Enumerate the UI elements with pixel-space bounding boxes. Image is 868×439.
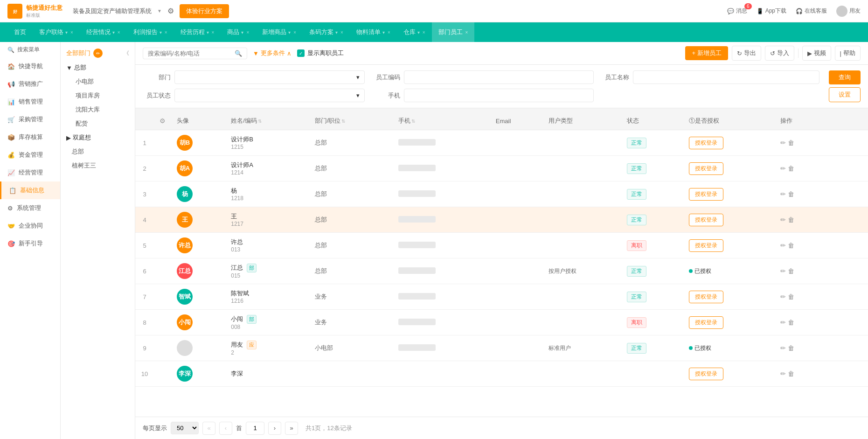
sidebar-item-capital[interactable]: 💰 资金管理	[0, 146, 60, 164]
tab-business-situation[interactable]: 经营情况▾×	[80, 22, 127, 42]
edit-btn[interactable]: ✏	[780, 242, 786, 249]
tree-item-small-elec[interactable]: 小电部	[64, 75, 135, 89]
app-download-btn[interactable]: 📱 App下载	[757, 7, 786, 15]
dept-edit-btn[interactable]: ✏	[93, 49, 103, 58]
delete-btn[interactable]: 🗑	[788, 319, 794, 326]
tab-business-history[interactable]: 经营历程▾×	[174, 22, 221, 42]
delete-btn[interactable]: 🗑	[788, 267, 794, 275]
search-btn-icon[interactable]: 🔍	[235, 50, 242, 57]
auth-login-btn[interactable]: 授权登录	[689, 368, 723, 380]
title-dropdown[interactable]: ▼	[157, 8, 162, 14]
edit-btn[interactable]: ✏	[780, 344, 786, 352]
help-btn[interactable]: | 帮助	[835, 46, 861, 61]
logo-area: 好 畅捷通好生意 标准版	[7, 4, 63, 19]
th-name-code[interactable]: 姓名/编码⇅	[225, 112, 309, 130]
edit-btn[interactable]: ✏	[780, 216, 786, 223]
next-page-btn[interactable]: ›	[268, 422, 281, 435]
emp-code-input[interactable]	[404, 70, 594, 84]
auth-login-btn[interactable]: 授权登录	[689, 162, 723, 175]
delete-btn[interactable]: 🗑	[788, 190, 794, 198]
tab-goods[interactable]: 商品▾×	[221, 22, 256, 42]
sidebar-item-marketing[interactable]: 📢 营销推广	[0, 75, 60, 93]
tab-warehouse[interactable]: 仓库▾×	[397, 22, 432, 42]
set-btn[interactable]: 设置	[829, 87, 861, 102]
show-resigned-checkbox[interactable]: ✓	[297, 49, 305, 57]
phone-input[interactable]	[404, 89, 594, 102]
tab-customer[interactable]: 客户联络▾×	[33, 22, 80, 42]
auth-login-btn[interactable]: 授权登录	[689, 137, 723, 149]
th-settings[interactable]: ⚙	[154, 112, 171, 130]
tab-add-goods[interactable]: 新增商品▾×	[256, 22, 303, 42]
more-filter-btn[interactable]: ▼ 更多条件 ∧	[253, 49, 292, 57]
cell-name-code: 王1217	[225, 207, 309, 233]
delete-btn[interactable]: 🗑	[788, 344, 794, 352]
tab-dept-staff[interactable]: 部门员工×	[432, 22, 475, 42]
tree-item-project-room[interactable]: 项目库房	[64, 89, 135, 103]
cell-avatar: 李深	[171, 361, 225, 387]
tab-home[interactable]: 首页	[7, 22, 33, 42]
delete-btn[interactable]: 🗑	[788, 293, 794, 300]
gear-icon[interactable]: ⚙	[167, 7, 174, 15]
last-page-btn[interactable]: »	[285, 422, 298, 435]
add-employee-btn[interactable]: + 新增员工	[685, 46, 728, 60]
user-menu[interactable]: 用友	[836, 6, 861, 17]
query-btn[interactable]: 查询	[829, 70, 861, 84]
dept-collapse-btn[interactable]: 《	[124, 49, 129, 57]
online-service-btn[interactable]: 🎧 在线客服	[796, 7, 827, 15]
experience-btn[interactable]: 体验行业方案	[180, 4, 229, 18]
sidebar-item-sales[interactable]: 📊 销售管理	[0, 93, 60, 111]
emp-status-select[interactable]: ▾	[174, 89, 365, 102]
delete-btn[interactable]: 🗑	[788, 216, 794, 223]
view-btn[interactable]: ▶ 视频	[802, 46, 831, 61]
delete-btn[interactable]: 🗑	[788, 139, 794, 146]
dept-select[interactable]: ▾	[174, 70, 365, 84]
delete-btn[interactable]: 🗑	[788, 165, 794, 172]
edit-btn[interactable]: ✏	[780, 267, 786, 275]
th-dept-position[interactable]: 部门/职位⇅	[309, 112, 393, 130]
sidebar-item-quick-nav[interactable]: 🏠 快捷导航	[0, 57, 60, 75]
emp-name-input[interactable]	[633, 70, 819, 84]
import-btn[interactable]: ↺ 导入	[765, 46, 794, 61]
sidebar-item-business[interactable]: 📈 经营管理	[0, 164, 60, 181]
delete-btn[interactable]: 🗑	[788, 242, 794, 249]
prev-page-btn[interactable]: ‹	[219, 422, 232, 435]
edit-btn[interactable]: ✏	[780, 293, 786, 300]
edit-btn[interactable]: ✏	[780, 139, 786, 146]
auth-login-btn[interactable]: 授权登录	[689, 239, 723, 252]
edit-btn[interactable]: ✏	[780, 370, 786, 377]
edit-btn[interactable]: ✏	[780, 165, 786, 172]
auth-login-btn[interactable]: 授权登录	[689, 188, 723, 201]
tab-profit-report[interactable]: 利润报告▾×	[127, 22, 174, 42]
show-resigned-toggle[interactable]: ✓ 显示离职员工	[297, 49, 344, 57]
first-page-btn[interactable]: «	[202, 422, 215, 435]
tab-bom[interactable]: 物料清单▾×	[350, 22, 397, 42]
sidebar-item-system[interactable]: ⚙ 系统管理	[0, 199, 60, 217]
per-page-select[interactable]: 50 100 200	[171, 422, 199, 434]
sidebar-item-corp[interactable]: 🤝 企业协同	[0, 217, 60, 235]
edit-btn[interactable]: ✏	[780, 319, 786, 326]
tree-item-distribution[interactable]: 配货	[64, 117, 135, 131]
sidebar-item-inventory[interactable]: 📦 库存核算	[0, 128, 60, 146]
search-input[interactable]	[148, 50, 232, 57]
tab-barcode[interactable]: 条码方案▾×	[303, 22, 350, 42]
auth-login-btn[interactable]: 授权登录	[689, 291, 723, 303]
cell-phone	[393, 207, 490, 233]
edit-btn[interactable]: ✏	[780, 190, 786, 198]
sidebar-item-basic-info[interactable]: 📋 基础信息	[0, 181, 60, 199]
export-btn[interactable]: ↻ 导出	[732, 46, 761, 61]
tree-item-head[interactable]: 总部	[61, 145, 135, 159]
sidebar-item-guide[interactable]: 🎯 新手引导	[0, 235, 60, 252]
message-btn[interactable]: 💬 消息 6	[727, 7, 747, 15]
sidebar-search-area[interactable]: 🔍 搜索菜单	[0, 42, 60, 57]
tree-item-plant-king[interactable]: 植树王三	[61, 159, 135, 173]
auth-login-btn[interactable]: 授权登录	[689, 316, 723, 329]
th-phone[interactable]: 手机⇅	[393, 112, 490, 130]
tree-group-head[interactable]: ▼ 总部	[61, 61, 135, 75]
sidebar-item-purchase[interactable]: 🛒 采购管理	[0, 111, 60, 128]
tree-group-double[interactable]: ▶ 双庭想	[61, 131, 135, 145]
tree-item-shenyang[interactable]: 沈阳大库	[64, 103, 135, 117]
delete-btn[interactable]: 🗑	[788, 370, 794, 377]
page-number-input[interactable]	[246, 422, 264, 435]
dept-header-title[interactable]: 全部部门	[66, 49, 90, 57]
auth-login-btn[interactable]: 授权登录	[689, 214, 723, 226]
